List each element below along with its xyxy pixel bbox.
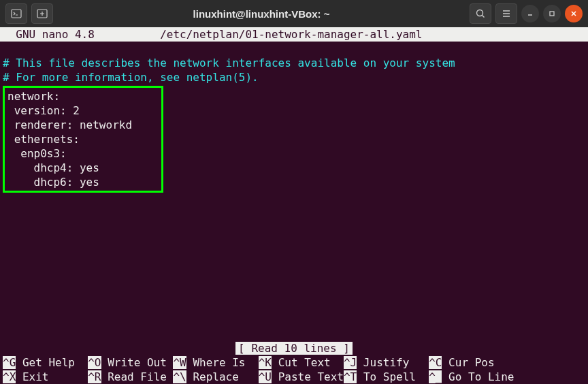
new-tab-button[interactable] <box>31 3 53 24</box>
nano-header: GNU nano 4.8 /etc/netplan/01-network-man… <box>0 27 588 42</box>
shortcut-key: ^K <box>259 356 272 369</box>
shortcut-label: Write Out <box>108 356 167 369</box>
menu-button[interactable] <box>495 3 517 24</box>
svg-point-2 <box>477 10 483 16</box>
nano-filename: /etc/netplan/01-network-manager-all.yaml <box>160 28 422 41</box>
yaml-line: network: <box>7 90 60 103</box>
shortcut-key: ^J <box>344 356 357 369</box>
shortcut-label: Justify <box>363 356 409 369</box>
shortcut-label: Replace <box>193 370 238 383</box>
search-icon <box>475 8 486 19</box>
hamburger-icon <box>501 8 512 19</box>
plus-icon <box>37 8 48 19</box>
shortcut-key: ^_ <box>429 370 442 383</box>
shortcut-label: Where Is <box>193 356 245 369</box>
shortcut-label: Get Help <box>22 356 75 369</box>
nano-shortcuts: ^G Get Help ^O Write Out ^W Where Is ^K … <box>0 355 588 384</box>
comment-line: # This file describes the network interf… <box>3 57 455 69</box>
shortcut-key: ^R <box>88 370 101 383</box>
maximize-button[interactable] <box>543 5 561 22</box>
close-button[interactable] <box>565 5 583 22</box>
yaml-line: dhcp6: yes <box>7 176 99 189</box>
shortcut-key: ^\ <box>173 370 186 383</box>
shortcut-label: Go To Line <box>448 370 514 383</box>
yaml-line: ethernets: <box>7 133 80 146</box>
shortcut-key: ^X <box>3 370 16 383</box>
svg-rect-0 <box>12 10 21 18</box>
search-button[interactable] <box>470 3 491 24</box>
shortcut-key: ^O <box>88 356 101 369</box>
minimize-button[interactable] <box>521 5 539 22</box>
editor-content: # This file describes the network interf… <box>0 42 588 194</box>
nano-status-text: [ Read 10 lines ] <box>235 342 353 355</box>
shortcut-label: To Spell <box>363 370 416 383</box>
yaml-line: renderer: networkd <box>7 118 132 131</box>
yaml-line: enp0s3: <box>7 147 67 160</box>
yaml-line: dhcp4: yes <box>7 161 99 174</box>
maximize-icon <box>549 10 555 17</box>
terminal-area[interactable]: GNU nano 4.8 /etc/netplan/01-network-man… <box>0 27 588 384</box>
titlebar-left <box>5 3 53 24</box>
shortcut-key: ^G <box>3 356 16 369</box>
shortcut-key: ^C <box>429 356 442 369</box>
terminal-icon <box>11 8 22 19</box>
shortcut-key: ^T <box>344 370 357 383</box>
nano-version: GNU nano 4.8 <box>3 28 95 41</box>
terminal-icon-button[interactable] <box>5 3 27 24</box>
svg-rect-3 <box>550 12 554 16</box>
yaml-line: version: 2 <box>7 104 80 117</box>
shortcut-key: ^W <box>173 356 186 369</box>
minimize-icon <box>527 10 534 17</box>
shortcut-label: Paste Text <box>278 370 344 383</box>
nano-status-bar: [ Read 10 lines ] <box>0 341 588 355</box>
shortcut-label: Exit <box>22 370 49 383</box>
shortcut-key: ^U <box>259 370 272 383</box>
comment-line: # For more information, see netplan(5). <box>3 71 259 84</box>
shortcut-label: Read File <box>108 370 167 383</box>
shortcut-label: Cur Pos <box>448 356 494 369</box>
titlebar-right <box>470 3 583 24</box>
shortcut-label: Cut Text <box>278 356 331 369</box>
close-icon <box>570 10 577 17</box>
highlighted-yaml-block: network: version: 2 renderer: networkd e… <box>3 86 163 193</box>
window-titlebar: linuxhint@linuxhint-VBox: ~ <box>0 0 588 27</box>
window-title: linuxhint@linuxhint-VBox: ~ <box>59 8 464 20</box>
